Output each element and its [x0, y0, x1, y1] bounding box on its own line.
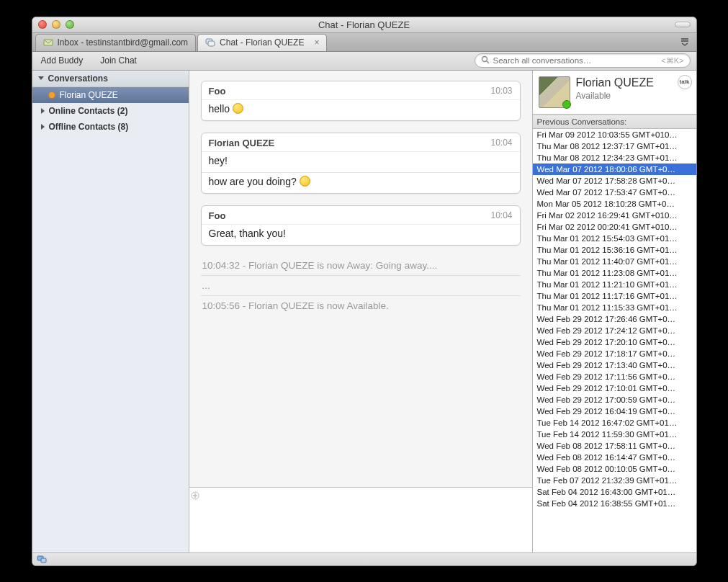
previous-conversation-item[interactable]: Tue Feb 14 2012 11:59:30 GMT+01…	[533, 429, 696, 440]
previous-conversation-item[interactable]: Mon Mar 05 2012 18:10:28 GMT+0…	[533, 198, 696, 210]
message-line: hey!	[202, 151, 520, 172]
message-input[interactable]	[201, 488, 532, 552]
contact-name: Florian QUEZE	[576, 76, 654, 89]
previous-conversation-item[interactable]: Wed Feb 29 2012 17:10:01 GMT+0…	[533, 382, 696, 394]
previous-conversations-label: Previous Conversations:	[533, 115, 696, 129]
close-tab-icon[interactable]: ×	[314, 37, 319, 48]
system-message: 10:04:32 - Florian QUEZE is now Away: Go…	[201, 257, 521, 274]
add-attachment-button[interactable]	[189, 488, 201, 552]
previous-conversation-item[interactable]: Thu Mar 08 2012 12:37:17 GMT+01…	[533, 140, 696, 152]
titlebar: Chat - Florian QUEZE	[32, 17, 696, 33]
svg-rect-2	[208, 41, 215, 46]
close-window-button[interactable]	[38, 20, 47, 29]
minimize-window-button[interactable]	[52, 20, 60, 29]
avatar	[539, 76, 570, 108]
tab-label: Inbox - testinstantbird@gmail.com	[58, 37, 189, 48]
previous-conversation-item[interactable]: Fri Mar 09 2012 10:03:55 GMT+010…	[533, 129, 696, 140]
statusbar	[32, 552, 696, 565]
previous-conversation-item[interactable]: Wed Feb 29 2012 17:26:46 GMT+0…	[533, 313, 696, 325]
system-message: ...	[201, 277, 521, 294]
tab-chat[interactable]: Chat - Florian QUEZE ×	[197, 34, 327, 51]
smiley-icon	[233, 103, 243, 114]
zoom-window-button[interactable]	[66, 20, 74, 29]
tabs-overflow-button[interactable]	[679, 37, 691, 47]
messages-area[interactable]: Foo10:03hello Florian QUEZE10:04hey!how …	[189, 71, 532, 488]
conversation-pane: Foo10:03hello Florian QUEZE10:04hey!how …	[189, 71, 532, 552]
message-time: 10:03	[490, 86, 512, 97]
previous-conversation-item[interactable]: Wed Feb 08 2012 00:10:05 GMT+0…	[533, 463, 696, 475]
previous-conversation-item[interactable]: Wed Feb 29 2012 17:20:10 GMT+0…	[533, 336, 696, 348]
toolbar-pill-button[interactable]	[675, 22, 691, 27]
sidebar-item-label: Florian QUEZE	[60, 90, 118, 100]
previous-conversation-item[interactable]: Sat Feb 04 2012 16:43:00 GMT+01…	[533, 486, 696, 498]
previous-conversation-item[interactable]: Wed Mar 07 2012 17:53:47 GMT+0…	[533, 187, 696, 198]
search-shortcut: <⌘K>	[661, 56, 683, 66]
message-bubble: Foo10:04Great, thank you!	[201, 205, 521, 246]
svg-point-3	[482, 56, 487, 61]
status-dot-icon	[562, 100, 571, 109]
app-window: Chat - Florian QUEZE Inbox - testinstant…	[32, 17, 697, 566]
previous-conversation-item[interactable]: Sat Feb 04 2012 16:38:55 GMT+01…	[533, 498, 696, 509]
previous-conversation-item[interactable]: Wed Feb 29 2012 17:18:17 GMT+0…	[533, 348, 696, 359]
tab-inbox[interactable]: Inbox - testinstantbird@gmail.com	[35, 34, 197, 51]
add-buddy-button[interactable]: Add Buddy	[38, 54, 86, 67]
previous-conversation-item[interactable]: Thu Mar 01 2012 11:40:07 GMT+01…	[533, 256, 696, 267]
previous-conversation-item[interactable]: Wed Feb 29 2012 17:11:56 GMT+0…	[533, 371, 696, 382]
disclosure-triangle-icon	[41, 108, 45, 114]
inbox-icon	[43, 37, 53, 48]
previous-conversation-item[interactable]: Wed Feb 08 2012 16:14:47 GMT+0…	[533, 452, 696, 463]
tabs-row: Inbox - testinstantbird@gmail.com Chat -…	[32, 33, 696, 52]
search-input[interactable]	[493, 56, 658, 65]
disclosure-triangle-icon	[38, 76, 44, 80]
message-sender: Foo	[209, 210, 226, 221]
previous-conversation-item[interactable]: Fri Mar 02 2012 00:20:41 GMT+010…	[533, 221, 696, 233]
previous-conversation-item[interactable]: Thu Mar 01 2012 15:54:03 GMT+01…	[533, 233, 696, 244]
previous-conversation-item[interactable]: Thu Mar 01 2012 11:17:16 GMT+01…	[533, 290, 696, 302]
join-chat-button[interactable]: Join Chat	[97, 54, 140, 67]
svg-rect-7	[41, 558, 46, 563]
previous-conversation-item[interactable]: Wed Feb 29 2012 16:04:19 GMT+0…	[533, 406, 696, 417]
previous-conversation-item[interactable]: Wed Feb 08 2012 17:58:11 GMT+0…	[533, 440, 696, 452]
sidebar-item-conversation[interactable]: Florian QUEZE	[32, 87, 189, 103]
sidebar-header-conversations[interactable]: Conversations	[32, 71, 189, 87]
previous-conversation-item[interactable]: Wed Mar 07 2012 17:58:28 GMT+0…	[533, 175, 696, 187]
message-time: 10:04	[490, 138, 512, 148]
online-status-icon[interactable]	[37, 555, 47, 563]
system-message: 10:05:56 - Florian QUEZE is now Availabl…	[201, 297, 521, 314]
conversation-status-icon	[48, 91, 55, 99]
message-sender: Florian QUEZE	[209, 138, 275, 148]
chat-icon	[205, 37, 215, 48]
previous-conversation-item[interactable]: Thu Mar 01 2012 15:36:16 GMT+01…	[533, 244, 696, 256]
previous-conversation-item[interactable]: Thu Mar 01 2012 11:23:08 GMT+01…	[533, 267, 696, 279]
search-box[interactable]: <⌘K>	[475, 53, 691, 68]
disclosure-triangle-icon	[41, 124, 45, 130]
window-title: Chat - Florian QUEZE	[32, 19, 696, 30]
sidebar-group-offline[interactable]: Offline Contacts (8)	[32, 119, 189, 135]
message-time: 10:04	[490, 210, 512, 221]
previous-conversation-item[interactable]: Tue Feb 07 2012 21:32:39 GMT+01…	[533, 475, 696, 486]
previous-conversation-item[interactable]: Thu Mar 01 2012 11:15:33 GMT+01…	[533, 302, 696, 313]
previous-conversation-item[interactable]: Thu Mar 01 2012 11:21:10 GMT+01…	[533, 279, 696, 290]
previous-conversation-item[interactable]: Tue Feb 14 2012 16:47:02 GMT+01…	[533, 417, 696, 429]
previous-conversation-item[interactable]: Wed Mar 07 2012 18:00:06 GMT+0…	[533, 164, 696, 175]
message-bubble: Florian QUEZE10:04hey!how are you doing?	[201, 133, 521, 194]
previous-conversation-item[interactable]: Thu Mar 08 2012 12:34:23 GMT+01…	[533, 152, 696, 164]
tab-label: Chat - Florian QUEZE	[220, 37, 304, 48]
sidebar-group-label: Offline Contacts (8)	[49, 122, 129, 132]
sidebar-group-label: Online Contacts (2)	[49, 106, 128, 116]
svg-line-4	[487, 61, 489, 63]
previous-conversation-item[interactable]: Wed Feb 29 2012 17:13:40 GMT+0…	[533, 359, 696, 371]
message-sender: Foo	[209, 86, 226, 97]
previous-conversation-item[interactable]: Fri Mar 02 2012 16:29:41 GMT+010…	[533, 210, 696, 221]
contact-header: Florian QUEZE Available talk	[533, 71, 696, 115]
message-line: Great, thank you!	[202, 224, 520, 245]
sidebar: Conversations Florian QUEZE Online Conta…	[32, 71, 189, 552]
previous-conversations-list[interactable]: Fri Mar 09 2012 10:03:55 GMT+010…Thu Mar…	[533, 129, 696, 552]
compose-area	[189, 488, 532, 552]
previous-conversation-item[interactable]: Wed Feb 29 2012 17:00:59 GMT+0…	[533, 394, 696, 406]
previous-conversation-item[interactable]: Wed Feb 29 2012 17:24:12 GMT+0…	[533, 325, 696, 336]
search-icon	[481, 55, 490, 66]
sidebar-group-online[interactable]: Online Contacts (2)	[32, 103, 189, 119]
contact-panel: Florian QUEZE Available talk Previous Co…	[532, 71, 696, 552]
message-line: hello	[202, 99, 520, 120]
